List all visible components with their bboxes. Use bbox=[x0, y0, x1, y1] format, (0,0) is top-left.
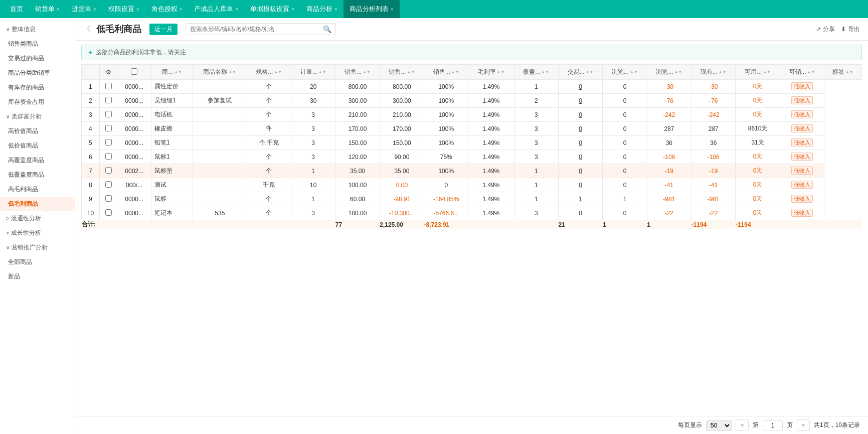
row-number: 10 bbox=[82, 206, 100, 220]
sidebar-item-有库存的商品[interactable]: 有库存的商品 bbox=[0, 80, 75, 95]
page-number-input[interactable] bbox=[763, 420, 783, 430]
row-number: 9 bbox=[82, 192, 100, 206]
row-browse1[interactable]: 0 bbox=[558, 122, 602, 136]
table-container: ⚙商...▲▼商品名称▲▼规格...▲▼计量...▲▼销售...▲▼销售...▲… bbox=[75, 64, 868, 416]
row-spec bbox=[193, 136, 247, 150]
col-header-browse2: 浏览...▲▼ bbox=[647, 65, 691, 80]
next-page-button[interactable]: ＞ bbox=[797, 419, 810, 431]
sidebar-section-整体信息[interactable]: ∨整体信息 bbox=[0, 22, 75, 37]
sidebar-item-商品分类助销率[interactable]: 商品分类助销率 bbox=[0, 66, 75, 80]
row-name: 笔记本 bbox=[151, 206, 193, 220]
nav-item-单据模板设置[interactable]: 单据模板设置× bbox=[244, 0, 300, 18]
sidebar-item-高毛利商品[interactable]: 高毛利商品 bbox=[0, 182, 75, 197]
col-header-settings[interactable]: ⚙ bbox=[99, 65, 117, 80]
row-sales-gross: 170.00 bbox=[380, 122, 424, 136]
row-browse1[interactable]: 0 bbox=[558, 94, 602, 108]
row-checkbox[interactable] bbox=[105, 111, 112, 117]
row-browse1[interactable]: 0 bbox=[558, 80, 602, 94]
row-trade-count: 1 bbox=[514, 80, 558, 94]
row-tag: 低收入 bbox=[780, 94, 824, 108]
row-checkbox[interactable] bbox=[105, 195, 112, 202]
share-button[interactable]: ↗ 分享 bbox=[816, 25, 835, 34]
nav-close-icon[interactable]: × bbox=[291, 7, 294, 12]
nav-close-icon[interactable]: × bbox=[235, 7, 238, 12]
sidebar-section-流通性分析[interactable]: >流通性分析 bbox=[0, 211, 75, 226]
row-browse1[interactable]: 0 bbox=[558, 136, 602, 150]
row-coverage: 1.49% bbox=[468, 108, 514, 122]
nav-close-icon[interactable]: × bbox=[391, 7, 394, 12]
row-browse1[interactable]: 0 bbox=[558, 150, 602, 164]
row-sales-count: 3 bbox=[291, 206, 335, 220]
sidebar-item-低覆盖度商品[interactable]: 低覆盖度商品 bbox=[0, 168, 75, 182]
row-browse1[interactable]: 0 bbox=[558, 164, 602, 178]
content-area: 《 低毛利商品 近一月 🔍 ↗ 分享 ⬇ 导出 ✦ 这部分商品的利润非常低， bbox=[75, 18, 868, 434]
row-sales-price: 150.00 bbox=[335, 136, 380, 150]
row-browse1[interactable]: 0 bbox=[558, 206, 602, 220]
row-browse2: 0 bbox=[603, 122, 647, 136]
col-header-tag: 标签▲▼ bbox=[824, 65, 862, 80]
header-actions: ↗ 分享 ⬇ 导出 bbox=[816, 25, 860, 34]
nav-item-角色授权[interactable]: 角色授权× bbox=[145, 0, 189, 18]
col-header-name: 商品名称▲▼ bbox=[193, 65, 247, 80]
sidebar-item-高价值商品[interactable]: 高价值商品 bbox=[0, 124, 75, 138]
row-checkbox[interactable] bbox=[105, 209, 112, 216]
row-browse1[interactable]: 0 bbox=[558, 108, 602, 122]
search-icon[interactable]: 🔍 bbox=[323, 25, 331, 33]
nav-item-首页[interactable]: 首页 bbox=[4, 0, 29, 18]
tag-badge: 低收入 bbox=[791, 209, 813, 217]
nav-close-icon[interactable]: × bbox=[57, 7, 60, 12]
sidebar-item-销售类商品[interactable]: 销售类商品 bbox=[0, 37, 75, 51]
row-spec bbox=[193, 164, 247, 178]
nav-item-商品分析列表[interactable]: 商品分析列表× bbox=[343, 0, 400, 18]
sidebar-item-新品[interactable]: 新品 bbox=[0, 269, 75, 284]
sidebar-section-成长性分析[interactable]: >成长性分析 bbox=[0, 226, 75, 240]
row-browse2: 0 bbox=[603, 136, 647, 150]
notice-text: 这部分商品的利润非常低，请关注 bbox=[96, 48, 186, 57]
row-code: 0000... bbox=[117, 122, 151, 136]
footer-trade-count: 21 bbox=[558, 220, 602, 229]
sidebar-item-低毛利商品[interactable]: 低毛利商品 bbox=[0, 197, 75, 211]
select-all-checkbox[interactable] bbox=[131, 68, 137, 75]
nav-close-icon[interactable]: × bbox=[93, 7, 96, 12]
row-browse1[interactable]: 1 bbox=[558, 192, 602, 206]
row-checkbox[interactable] bbox=[105, 83, 112, 89]
row-sales-gross: 0.00 bbox=[380, 178, 424, 192]
row-checkbox[interactable] bbox=[105, 153, 112, 160]
sidebar-item-低价值商品[interactable]: 低价值商品 bbox=[0, 138, 75, 153]
search-input[interactable] bbox=[190, 26, 323, 33]
per-page-select[interactable]: 50 20 100 bbox=[706, 420, 732, 431]
sidebar-section-类群富分析[interactable]: ∨类群富分析 bbox=[0, 109, 75, 124]
nav-item-商品分析[interactable]: 商品分析× bbox=[300, 0, 343, 18]
export-button[interactable]: ⬇ 导出 bbox=[841, 25, 860, 34]
nav-close-icon[interactable]: × bbox=[136, 7, 139, 12]
row-current-stock: -106 bbox=[647, 150, 691, 164]
collapse-button[interactable]: 《 bbox=[83, 25, 90, 34]
nav-item-权限设置[interactable]: 权限设置× bbox=[102, 0, 145, 18]
nav-close-icon[interactable]: × bbox=[180, 7, 183, 12]
nav-item-产成品入库单[interactable]: 产成品入库单× bbox=[188, 0, 244, 18]
sidebar-item-交易过的商品[interactable]: 交易过的商品 bbox=[0, 51, 75, 66]
row-sales-count: 1 bbox=[291, 192, 335, 206]
row-sales-gross: 35.00 bbox=[380, 164, 424, 178]
row-checkbox[interactable] bbox=[105, 125, 112, 131]
sidebar-item-高覆盖度商品[interactable]: 高覆盖度商品 bbox=[0, 153, 75, 168]
date-filter-button[interactable]: 近一月 bbox=[149, 24, 178, 35]
row-browse1[interactable]: 0 bbox=[558, 178, 602, 192]
settings-icon[interactable]: ⚙ bbox=[106, 69, 111, 76]
row-checkbox[interactable] bbox=[105, 167, 112, 174]
row-checkbox[interactable] bbox=[105, 181, 112, 188]
row-unit: 件 bbox=[247, 122, 291, 136]
nav-item-进货单[interactable]: 进货单× bbox=[66, 0, 102, 18]
sidebar-section-营销推广分析[interactable]: ∨营销推广分析 bbox=[0, 240, 75, 255]
row-checkbox[interactable] bbox=[105, 139, 112, 146]
row-checkbox[interactable] bbox=[105, 97, 112, 103]
nav-item-销货单[interactable]: 销货单× bbox=[29, 0, 66, 18]
sidebar-item-库存资金占用[interactable]: 库存资金占用 bbox=[0, 95, 75, 109]
row-checkbox-cell bbox=[99, 150, 117, 164]
sidebar-item-全部商品[interactable]: 全部商品 bbox=[0, 255, 75, 269]
nav-close-icon[interactable]: × bbox=[334, 7, 337, 12]
col-header-checkbox[interactable] bbox=[117, 65, 151, 80]
row-coverage: 1.49% bbox=[468, 164, 514, 178]
notice-icon: ✦ bbox=[88, 49, 93, 56]
prev-page-button[interactable]: ＜ bbox=[736, 419, 749, 431]
